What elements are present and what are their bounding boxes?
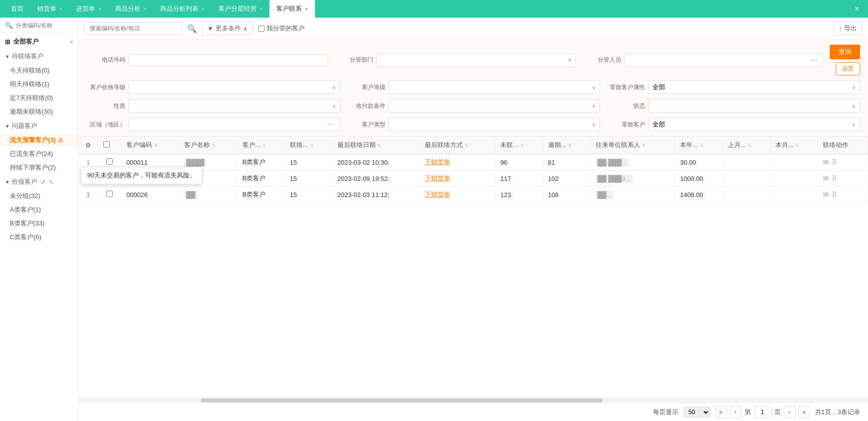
- th-overdue[interactable]: 逾期... ⇅: [543, 137, 590, 154]
- field-customer-tier: 客户等级 ∨: [346, 80, 601, 94]
- field-retail-customer: 零散客户 全部 ∨: [606, 118, 860, 131]
- cell-checkbox[interactable]: [98, 187, 121, 203]
- th-last-contact-method[interactable]: 最后联络方式 ⇅: [419, 137, 495, 154]
- tab-analysis[interactable]: 商品分析 ×: [108, 0, 153, 18]
- cell-last-month: [723, 187, 770, 203]
- search-input[interactable]: [84, 22, 182, 35]
- settings-button[interactable]: 设置: [836, 62, 860, 75]
- sidebar-item-7days[interactable]: 近7天待联络(0): [0, 91, 78, 105]
- close-tab-customer-contact[interactable]: ×: [305, 6, 308, 12]
- action-more-icon[interactable]: ⠿: [832, 191, 837, 198]
- section-value-customer[interactable]: ▼ 价值客户 ↺ ✎: [0, 174, 78, 189]
- th-this-month[interactable]: 本月... ⇅: [770, 137, 818, 154]
- action-more-icon[interactable]: ⠿: [832, 174, 837, 182]
- last-page-btn[interactable]: »: [798, 406, 810, 418]
- manager-dots[interactable]: ···: [809, 56, 820, 65]
- export-button[interactable]: ↑ 导出: [834, 22, 863, 35]
- select-payment[interactable]: ∨: [388, 99, 601, 113]
- sidebar-item-tomorrow[interactable]: 明天待联络(1): [0, 77, 78, 91]
- horizontal-scrollbar[interactable]: [78, 397, 868, 402]
- select-price-tier[interactable]: ∨: [128, 80, 340, 94]
- first-page-btn[interactable]: «: [715, 406, 727, 418]
- field-status: 状态 ∨: [606, 99, 860, 113]
- warning-icon: ⚠: [58, 137, 63, 144]
- action-contact-icon[interactable]: ✉: [823, 158, 829, 166]
- sidebar-item-class-a[interactable]: A类客户(1): [0, 203, 78, 217]
- cell-last-method[interactable]: 下销货单: [419, 187, 495, 203]
- section-pending-contact[interactable]: ▼ 待联络客户: [0, 49, 78, 64]
- scrollbar-thumb[interactable]: [201, 398, 603, 402]
- th-last-contact-date[interactable]: 最后联络日期 ⇅: [332, 137, 419, 154]
- close-tab-purchase[interactable]: ×: [98, 6, 101, 12]
- sidebar-item-declining[interactable]: 持续下滑客户(2): [0, 161, 78, 174]
- all-customers-header[interactable]: ⊞ 全部客户 «: [0, 33, 78, 49]
- my-customers-checkbox[interactable]: [258, 25, 265, 32]
- search-button[interactable]: 🔍: [187, 24, 197, 33]
- cell-last-method[interactable]: 下销货单: [419, 154, 495, 171]
- th-this-year[interactable]: 本年... ⇅: [675, 137, 723, 154]
- prev-page-btn[interactable]: ‹: [730, 406, 742, 418]
- th-unit-contact[interactable]: 往来单位联系人 ⇅: [590, 137, 675, 154]
- th-contact[interactable]: 联络... ⇅: [285, 137, 332, 154]
- select-all-checkbox[interactable]: [103, 141, 110, 148]
- select-region[interactable]: ···: [128, 118, 340, 131]
- close-tab-sales[interactable]: ×: [59, 6, 62, 12]
- section-arrow-problem: ▼: [5, 124, 10, 129]
- th-last-month[interactable]: 上月... ⇅: [723, 137, 770, 154]
- action-contact-icon[interactable]: ✉: [823, 191, 829, 198]
- row-checkbox-2[interactable]: [106, 191, 113, 197]
- th-name[interactable]: 客户名称 ⇅: [179, 137, 237, 154]
- sidebar-item-overdue[interactable]: 逾期未联络(30): [0, 105, 78, 119]
- close-tab-analysis-list[interactable]: ×: [201, 6, 204, 12]
- sidebar-item-today[interactable]: 今天待联络(0): [0, 64, 78, 77]
- select-retail-attr[interactable]: 全部 ∨: [648, 80, 860, 94]
- cell-unit-contact: ██ ███3...: [590, 171, 675, 187]
- select-customer-tier[interactable]: ∨: [388, 80, 601, 94]
- tab-sales[interactable]: 销货单 ×: [30, 0, 69, 18]
- close-tab-customer-tier[interactable]: ×: [260, 6, 263, 12]
- sidebar-item-churned[interactable]: 已流失客户(24): [0, 147, 78, 161]
- edit-icon[interactable]: ✎: [48, 178, 54, 186]
- th-type[interactable]: 客户... ⇅: [237, 137, 285, 154]
- next-page-btn[interactable]: ›: [784, 406, 796, 418]
- th-checkbox[interactable]: [98, 137, 121, 154]
- collapse-all-btn[interactable]: «: [70, 39, 73, 45]
- my-customers-checkbox-label[interactable]: 我分管的客户: [258, 24, 305, 33]
- tab-customer-contact[interactable]: 客户联系 ×: [269, 0, 314, 18]
- label-payment: 收付款条件: [346, 102, 386, 110]
- select-status[interactable]: ∨: [648, 99, 860, 113]
- label-retail-attr: 零散客户属性: [606, 83, 645, 92]
- select-customer-type[interactable]: ∨: [388, 118, 601, 131]
- sidebar-item-class-c[interactable]: C类客户(6): [0, 230, 78, 244]
- bottom-bar: 每页显示 50 100 200 « ‹ 第 页 › » 共1页，3条记录: [78, 402, 868, 421]
- select-nature[interactable]: ∨: [128, 99, 340, 113]
- sidebar-item-churn-warning[interactable]: 流失预警客户(3) ⚠: [0, 133, 78, 147]
- th-settings[interactable]: ⚙: [78, 137, 98, 154]
- more-filter-btn[interactable]: ▼ 更多条件 ∧: [202, 22, 253, 35]
- query-button[interactable]: 查询: [830, 45, 860, 59]
- input-phone[interactable]: [128, 54, 328, 66]
- row-checkbox-0[interactable]: [106, 158, 113, 165]
- th-uncontact[interactable]: 未联... ⇅: [495, 137, 543, 154]
- tab-purchase[interactable]: 进货单 ×: [69, 0, 108, 18]
- select-manager[interactable]: ···: [624, 53, 824, 67]
- sidebar-search-input[interactable]: [16, 22, 78, 29]
- per-page-select[interactable]: 50 100 200: [683, 407, 710, 418]
- sidebar-item-class-b[interactable]: B类客户(33): [0, 217, 78, 230]
- action-contact-icon[interactable]: ✉: [823, 174, 829, 182]
- tab-analysis-list[interactable]: 商品分析列表 ×: [153, 0, 211, 18]
- th-code[interactable]: 客户编码 ⇅: [121, 137, 179, 154]
- close-all-btn[interactable]: ×: [850, 4, 864, 13]
- page-input[interactable]: [754, 406, 772, 418]
- sidebar-item-ungrouped[interactable]: 未分组(32): [0, 189, 78, 203]
- close-tab-analysis[interactable]: ×: [144, 6, 146, 12]
- select-retail-customer[interactable]: 全部 ∨: [648, 118, 860, 131]
- cell-last-method[interactable]: 下销货单: [419, 171, 495, 187]
- select-dept[interactable]: ∨: [376, 53, 576, 67]
- tab-customer-tier[interactable]: 客户分层经营 ×: [212, 0, 269, 18]
- action-more-icon[interactable]: ⠿: [832, 158, 837, 166]
- region-dots[interactable]: ···: [325, 120, 336, 129]
- nav-home[interactable]: 首页: [4, 4, 30, 13]
- section-problem-customer[interactable]: ▼ 问题客户: [0, 119, 78, 133]
- refresh-icon[interactable]: ↺: [40, 178, 46, 186]
